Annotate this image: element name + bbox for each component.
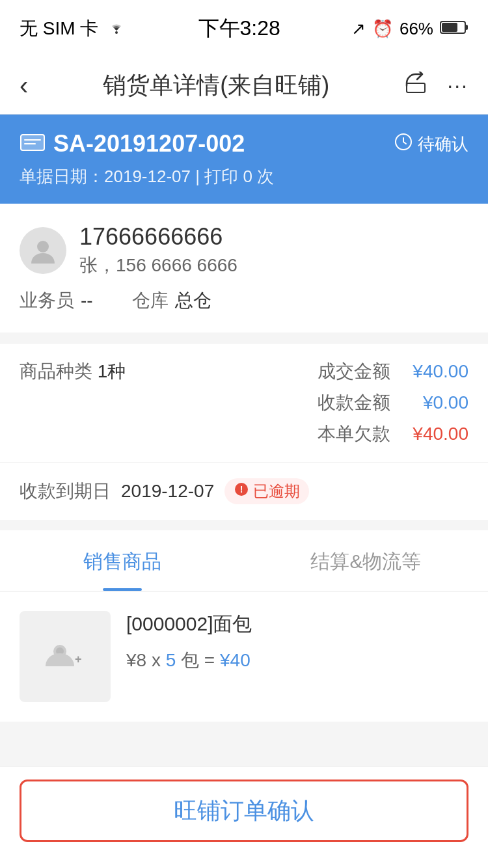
salesperson-item: 业务员 -- xyxy=(20,288,93,313)
unit-value: 包 xyxy=(181,650,199,670)
owed-amount-value: ¥40.00 xyxy=(403,424,468,444)
customer-phone: 17666666666 xyxy=(79,223,237,251)
receipt-amount-label: 收款金额 xyxy=(318,390,390,415)
product-name: [0000002]面包 xyxy=(126,611,468,638)
order-header-card: SA-20191207-002 待确认 单据日期：2019-12-07 | 打印… xyxy=(0,115,488,204)
warehouse-item: 仓库 总仓 xyxy=(132,288,211,313)
product-type: 商品种类 1种 xyxy=(20,359,318,446)
status-right: ↗ ⏰ 66% xyxy=(351,19,468,39)
order-date: 单据日期：2019-12-07 | 打印 0 次 xyxy=(20,165,468,188)
location-icon: ↗ xyxy=(351,19,366,39)
salesperson-label: 业务员 xyxy=(20,288,74,313)
meta-row: 业务员 -- 仓库 总仓 xyxy=(20,288,468,313)
share-icon[interactable] xyxy=(404,72,427,100)
equals-sign: = xyxy=(204,650,220,670)
amounts-grid: 商品种类 1种 成交金额 ¥40.00 收款金额 ¥0.00 本单欠款 ¥40.… xyxy=(20,359,468,446)
page-title: 销货单详情(来自旺铺) xyxy=(103,70,329,102)
customer-name: 张，156 6666 6666 xyxy=(79,253,237,278)
product-item: + [0000002]面包 ¥8 x 5 包 = ¥40 xyxy=(20,611,468,702)
deal-amount-label: 成交金额 xyxy=(318,359,390,384)
customer-row: 17666666666 张，156 6666 6666 xyxy=(20,223,468,278)
due-date-section: 收款到期日 2019-12-07 ! 已逾期 xyxy=(0,462,488,520)
svg-text:!: ! xyxy=(240,484,243,495)
status-left: 无 SIM 卡 xyxy=(20,16,127,41)
product-price: ¥8 x 5 包 = ¥40 xyxy=(126,648,468,673)
warehouse-label: 仓库 xyxy=(132,288,169,313)
more-icon[interactable]: ··· xyxy=(447,74,468,98)
tabs-section: 销售商品 结算&物流等 xyxy=(0,530,488,591)
svg-rect-2 xyxy=(465,25,468,30)
owed-amount-label: 本单欠款 xyxy=(318,422,390,446)
total-value: ¥40 xyxy=(220,650,251,670)
warehouse-value: 总仓 xyxy=(175,288,211,313)
clock-icon xyxy=(394,133,413,156)
nav-icons: ··· xyxy=(404,72,468,100)
quantity-value: 5 xyxy=(166,650,176,670)
svg-rect-3 xyxy=(442,23,457,32)
svg-point-0 xyxy=(115,31,118,34)
back-button[interactable]: ‹ xyxy=(20,71,28,100)
overdue-icon: ! xyxy=(234,481,249,501)
price-value: ¥8 xyxy=(126,650,146,670)
battery-label: 66% xyxy=(400,19,433,39)
status-time: 下午3:28 xyxy=(198,14,280,43)
multiply-sign: x xyxy=(152,650,166,670)
nav-bar: ‹ 销货单详情(来自旺铺) ··· xyxy=(0,57,488,115)
tabs-row: 销售商品 结算&物流等 xyxy=(0,530,488,591)
salesperson-value: -- xyxy=(81,290,93,311)
due-date-value: 2019-12-07 xyxy=(121,481,214,502)
product-image: + xyxy=(20,611,111,702)
confirm-order-button[interactable]: 旺铺订单确认 xyxy=(20,780,468,842)
wifi-icon xyxy=(106,18,127,39)
tab-settlement-logistics[interactable]: 结算&物流等 xyxy=(244,530,488,591)
receipt-amount-value: ¥0.00 xyxy=(403,392,468,413)
deal-amount-row: 成交金额 ¥40.00 xyxy=(318,359,468,384)
battery-icon xyxy=(440,19,468,39)
order-icon xyxy=(20,130,46,157)
svg-text:+: + xyxy=(75,653,82,666)
avatar xyxy=(20,227,66,274)
order-status: 待确认 xyxy=(394,133,468,156)
product-section: + [0000002]面包 ¥8 x 5 包 = ¥40 xyxy=(0,591,488,722)
status-bar: 无 SIM 卡 下午3:28 ↗ ⏰ 66% xyxy=(0,0,488,57)
alarm-icon: ⏰ xyxy=(372,19,393,39)
amounts-section: 商品种类 1种 成交金额 ¥40.00 收款金额 ¥0.00 本单欠款 ¥40.… xyxy=(0,343,488,462)
order-id: SA-20191207-002 xyxy=(20,130,245,157)
product-type-value: 1种 xyxy=(98,361,126,381)
deal-amount-value: ¥40.00 xyxy=(403,361,468,382)
svg-rect-5 xyxy=(21,135,44,150)
customer-info-section: 17666666666 张，156 6666 6666 业务员 -- 仓库 总仓 xyxy=(0,204,488,332)
overdue-label: 已逾期 xyxy=(253,481,300,502)
svg-point-7 xyxy=(37,241,49,252)
product-info: [0000002]面包 ¥8 x 5 包 = ¥40 xyxy=(126,611,468,673)
overdue-badge: ! 已逾期 xyxy=(224,478,309,504)
tab-sales-product[interactable]: 销售商品 xyxy=(0,530,244,591)
order-header-top: SA-20191207-002 待确认 xyxy=(20,130,468,157)
svg-rect-4 xyxy=(407,83,425,92)
due-date-label: 收款到期日 xyxy=(20,479,111,504)
customer-details: 17666666666 张，156 6666 6666 xyxy=(79,223,237,278)
receipt-amount-row: 收款金额 ¥0.00 xyxy=(318,390,468,415)
bottom-bar: 旺铺订单确认 xyxy=(0,766,488,868)
amounts-right: 成交金额 ¥40.00 收款金额 ¥0.00 本单欠款 ¥40.00 xyxy=(318,359,468,446)
owed-amount-row: 本单欠款 ¥40.00 xyxy=(318,422,468,446)
carrier-label: 无 SIM 卡 xyxy=(20,16,98,41)
